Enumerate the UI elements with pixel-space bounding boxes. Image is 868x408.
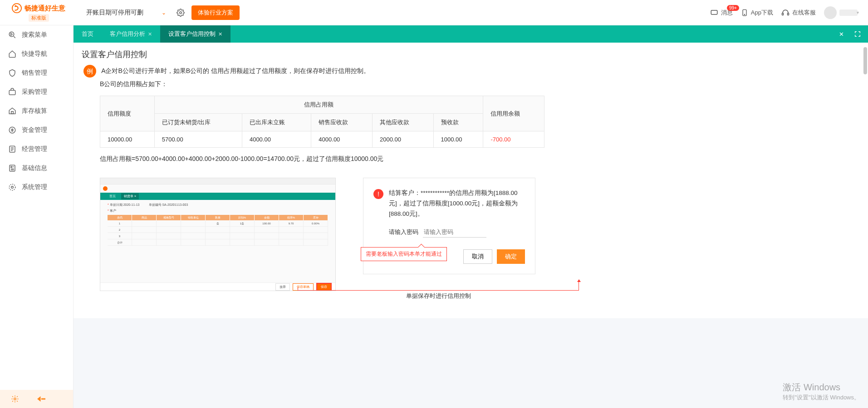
illustration-order-form: 首页 销货单 × 单据日期 2020-11-13 单据编号 SA-2020111… [100,178,336,291]
sidebar-item-label: 快捷导航 [22,50,47,58]
sidebar-item-home[interactable]: 快捷导航 [0,44,73,63]
svg-point-2 [180,11,182,14]
settings-icon[interactable] [11,395,19,403]
example-line1: A企对B公司进行开单时，如果B公司的 信用占用额超过了信用额度，则在保存时进行信… [101,67,370,74]
svg-rect-13 [10,165,15,171]
sidebar-item-label: 资金管理 [22,126,47,134]
sidebar: 搜索菜单快捷导航销售管理采购管理库存核算资金管理经营管理基础信息系统管理 [0,25,74,408]
sidebar-item-purchase[interactable]: 采购管理 [0,83,73,102]
close-all-tabs-icon[interactable]: ✕ [835,28,847,40]
svg-rect-6 [782,13,784,15]
collapse-sidebar-icon[interactable] [37,396,45,402]
close-icon[interactable]: ✕ [218,31,222,37]
scrollbar-thumb[interactable] [863,47,867,74]
app-icon [741,9,748,17]
warning-icon: ! [373,189,383,199]
sidebar-item-stock[interactable]: 库存核算 [0,102,73,121]
formula-text: 信用占用额=5700.00+4000.00+4000.00+2000.00-10… [100,152,858,165]
sidebar-item-info[interactable]: 基础信息 [0,159,73,178]
tab-设置客户信用控制[interactable]: 设置客户信用控制✕ [160,25,230,43]
sidebar-item-label: 系统管理 [22,183,47,191]
period-selector[interactable]: 开账日期可停用可删 ⌄ [83,7,170,19]
sidebar-item-label: 库存核算 [22,107,47,115]
purchase-icon [8,88,16,96]
headset-icon [781,9,790,17]
svg-point-16 [11,186,14,189]
online-service-button[interactable]: 在线客服 [781,9,816,17]
annotation-arrow: 单据保存时进行信用控制 [298,290,579,308]
app-download-button[interactable]: App下载 [741,9,773,17]
chevron-down-icon: ⌄ [162,10,166,16]
stock-icon [8,107,16,115]
svg-rect-7 [788,13,789,15]
logo-icon [12,3,22,13]
sidebar-item-manage[interactable]: 经营管理 [0,140,73,159]
brand-logo: 畅捷通好生意 标准版 [4,3,74,22]
chevron-down-icon: ▾ [857,10,859,15]
dialog-ok-button[interactable]: 确定 [497,249,525,264]
credit-table: 信用额度 信用占用额 信用用余额 已订货未销货/出库已出库未立账销售应收款其他应… [100,96,544,148]
period-label: 开账日期可停用可删 [86,9,143,17]
tab-客户信用分析[interactable]: 客户信用分析✕ [102,25,160,43]
messages-button[interactable]: 消息 99+ [710,9,733,17]
try-industry-button[interactable]: 体验行业方案 [191,5,240,20]
tab-首页[interactable]: 首页 [74,25,102,43]
svg-point-17 [14,398,16,400]
svg-rect-14 [11,166,12,167]
avatar [824,6,837,19]
svg-point-5 [744,14,745,15]
sidebar-item-money[interactable]: 资金管理 [0,121,73,140]
content-scroll[interactable]: 设置客户信用控制 例 A企对B公司进行开单时，如果B公司的 信用占用额超过了信用… [74,43,868,408]
message-badge: 99+ [727,5,739,11]
example-line2: B公司的信用额占如下： [100,78,858,90]
page-title: 设置客户信用控制 [74,43,868,64]
user-menu[interactable]: ▾ [824,6,859,19]
svg-rect-18 [41,398,45,400]
sidebar-item-label: 搜索菜单 [22,31,47,39]
svg-rect-10 [11,112,14,114]
example-badge: 例 [83,65,96,78]
password-label: 请输入密码 [389,228,418,236]
sidebar-item-sale[interactable]: 销售管理 [0,63,73,83]
system-icon [8,183,16,191]
money-icon [8,126,16,134]
tab-bar: 首页客户信用分析✕设置客户信用控制✕ ✕ [74,25,868,43]
credit-warning-dialog: ! 结算客户：************的信用占用额为[1888.00元]，超过了… [363,178,535,274]
sidebar-item-search[interactable]: 搜索菜单 [0,25,73,44]
home-icon [8,50,16,58]
dialog-tip-callout: 需要老板输入密码本单才能通过 [361,247,447,261]
svg-point-0 [12,4,21,13]
svg-rect-9 [9,90,15,95]
dialog-cancel-button[interactable]: 取消 [463,249,492,264]
sidebar-item-system[interactable]: 系统管理 [0,178,73,197]
svg-point-15 [9,184,15,190]
info-icon [8,164,16,172]
password-input[interactable] [423,227,486,238]
fullscreen-icon[interactable] [852,28,863,40]
sidebar-item-label: 经营管理 [22,145,47,153]
sale-icon [8,69,16,77]
message-icon [710,9,718,17]
dialog-message: 结算客户：************的信用占用额为[1888.00元]，超过了信用… [389,188,525,219]
close-icon[interactable]: ✕ [148,31,152,37]
search-icon [8,31,16,39]
svg-point-1 [15,5,16,7]
settings-gear-icon[interactable] [175,7,186,18]
manage-icon [8,145,16,153]
sidebar-item-label: 销售管理 [22,69,47,77]
sidebar-item-label: 采购管理 [22,88,47,96]
sidebar-item-label: 基础信息 [22,164,47,172]
